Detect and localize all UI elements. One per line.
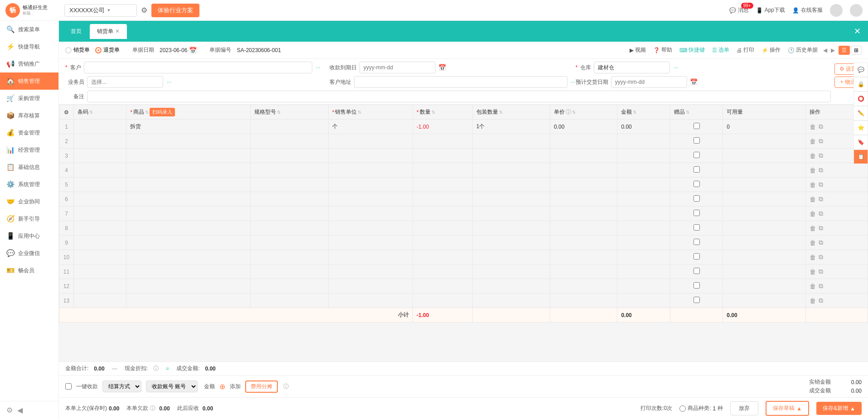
cell-barcode-3[interactable]	[74, 149, 126, 163]
copy-icon-9[interactable]: ⧉	[819, 239, 823, 246]
cell-price-12[interactable]	[550, 279, 617, 294]
pack-sort-icon[interactable]: ⇅	[499, 110, 503, 115]
cell-pack-8[interactable]	[472, 221, 550, 236]
online-service-btn[interactable]: 👤 在线客服	[792, 6, 823, 14]
info-icon[interactable]: ⓘ	[153, 365, 159, 372]
copy-icon-5[interactable]: ⧉	[819, 181, 823, 188]
cell-amount-8[interactable]	[617, 221, 670, 236]
cell-quantity-5[interactable]	[413, 178, 473, 192]
price-sort-icon[interactable]: ⇅	[572, 110, 576, 115]
cell-price-2[interactable]	[550, 134, 617, 149]
cell-amount-4[interactable]	[617, 163, 670, 178]
cell-unit-4[interactable]	[328, 163, 412, 178]
cell-unit-10[interactable]	[328, 250, 412, 265]
avatar[interactable]	[830, 4, 843, 17]
rf-shield-btn[interactable]: 🔒	[853, 77, 868, 92]
cell-spec-5[interactable]	[251, 178, 328, 192]
cell-spec-10[interactable]	[251, 250, 328, 265]
cell-pack-10[interactable]	[472, 250, 550, 265]
video-btn[interactable]: ▶ 视频	[628, 45, 648, 55]
cell-product-2[interactable]	[126, 134, 251, 149]
delete-icon-9[interactable]: 🗑	[810, 239, 816, 246]
customer-dots[interactable]: ···	[316, 64, 320, 71]
cell-price-1[interactable]: 0.00	[550, 120, 617, 134]
cell-product-8[interactable]	[126, 221, 251, 236]
close-window-button[interactable]: ✕	[851, 26, 863, 36]
cell-product-1[interactable]: 拆货	[126, 120, 251, 134]
salesperson-dots[interactable]: ···	[167, 79, 171, 85]
discard-button[interactable]: 放弃	[730, 401, 758, 415]
cell-unit-9[interactable]	[328, 236, 412, 250]
cell-amount-7[interactable]	[617, 207, 670, 221]
cell-amount-3[interactable]	[617, 149, 670, 163]
unit-sort-icon[interactable]: ⇅	[358, 110, 361, 115]
sidebar-item-wechat[interactable]: 💬 企业微信	[0, 245, 58, 262]
gift-checkbox-4[interactable]	[693, 166, 700, 173]
sidebar-item-quick-nav[interactable]: ⚡ 快捷导航	[0, 38, 58, 55]
cell-price-10[interactable]	[550, 250, 617, 265]
cell-product-5[interactable]	[126, 178, 251, 192]
delete-icon-5[interactable]: 🗑	[810, 181, 816, 188]
message-btn[interactable]: 💬 99+ 消息	[729, 6, 749, 14]
cell-amount-2[interactable]	[617, 134, 670, 149]
cell-pack-3[interactable]	[472, 149, 550, 163]
radio-sale[interactable]: 销货单	[65, 46, 90, 54]
sidebar-item-appstore[interactable]: 📱 应用中心	[0, 227, 58, 245]
customer-input[interactable]	[84, 62, 312, 73]
sidebar-item-search[interactable]: 🔍 搜索菜单	[0, 21, 58, 38]
delete-icon-10[interactable]: 🗑	[810, 254, 816, 261]
cell-product-3[interactable]	[126, 149, 251, 163]
rf-edit-btn[interactable]: ✏️	[853, 106, 868, 120]
account-select[interactable]: 收款账号 账号	[146, 380, 198, 392]
view-grid-btn[interactable]: ⊞	[851, 46, 862, 55]
gift-checkbox-7[interactable]	[693, 210, 700, 216]
amount-sort-icon[interactable]: ⇅	[633, 110, 636, 115]
cell-quantity-13[interactable]	[413, 294, 473, 308]
gift-checkbox-9[interactable]	[693, 239, 700, 245]
bill-short-info[interactable]: ⓘ	[150, 405, 155, 412]
cell-unit-5[interactable]	[328, 178, 412, 192]
salesperson-input[interactable]	[87, 76, 163, 88]
cell-amount-11[interactable]	[617, 265, 670, 279]
address-input[interactable]	[354, 76, 567, 88]
delete-icon-3[interactable]: 🗑	[810, 152, 816, 159]
select-order-btn[interactable]: ☰ 选单	[710, 45, 731, 55]
cell-pack-2[interactable]	[472, 134, 550, 149]
company-settings-button[interactable]: ⚙	[137, 3, 151, 18]
add-payment-icon[interactable]: ⊕	[219, 382, 225, 391]
cell-price-6[interactable]	[550, 192, 617, 207]
copy-icon-1[interactable]: ⧉	[819, 123, 823, 130]
gift-checkbox-11[interactable]	[693, 268, 700, 274]
company-selector[interactable]: XXXXXX公司 ▼	[64, 4, 137, 17]
delete-icon-8[interactable]: 🗑	[810, 225, 816, 232]
sidebar-item-enterprise[interactable]: 🤝 企业协同	[0, 193, 58, 210]
cell-gift-3[interactable]	[670, 149, 723, 163]
gift-checkbox-3[interactable]	[693, 152, 700, 158]
avatar-secondary[interactable]	[850, 4, 863, 17]
rf-message-btn[interactable]: 💬	[853, 63, 868, 77]
cell-unit-12[interactable]	[328, 279, 412, 294]
gift-checkbox-1[interactable]	[693, 123, 700, 129]
copy-icon-8[interactable]: ⧉	[819, 224, 823, 232]
cell-gift-4[interactable]	[670, 163, 723, 178]
gift-checkbox-8[interactable]	[693, 224, 700, 231]
cell-spec-11[interactable]	[251, 265, 328, 279]
cell-amount-10[interactable]	[617, 250, 670, 265]
tab-home[interactable]: 首页	[63, 24, 89, 39]
copy-icon-11[interactable]: ⧉	[819, 268, 823, 275]
delete-icon-4[interactable]: 🗑	[810, 167, 816, 174]
due-date-input[interactable]	[359, 62, 436, 73]
gift-sort-icon[interactable]: ⇅	[686, 110, 689, 115]
gift-checkbox-10[interactable]	[693, 253, 700, 260]
cell-pack-5[interactable]	[472, 178, 550, 192]
cell-amount-1[interactable]: 0.00	[617, 120, 670, 134]
cell-quantity-9[interactable]	[413, 236, 473, 250]
scan-btn[interactable]: 扫码录入	[150, 108, 175, 116]
gift-checkbox-6[interactable]	[693, 195, 700, 202]
cell-pack-13[interactable]	[472, 294, 550, 308]
price-info-icon[interactable]: ⓘ	[566, 108, 571, 116]
cell-unit-13[interactable]	[328, 294, 412, 308]
cell-unit-8[interactable]	[328, 221, 412, 236]
cell-quantity-4[interactable]	[413, 163, 473, 178]
cell-spec-7[interactable]	[251, 207, 328, 221]
